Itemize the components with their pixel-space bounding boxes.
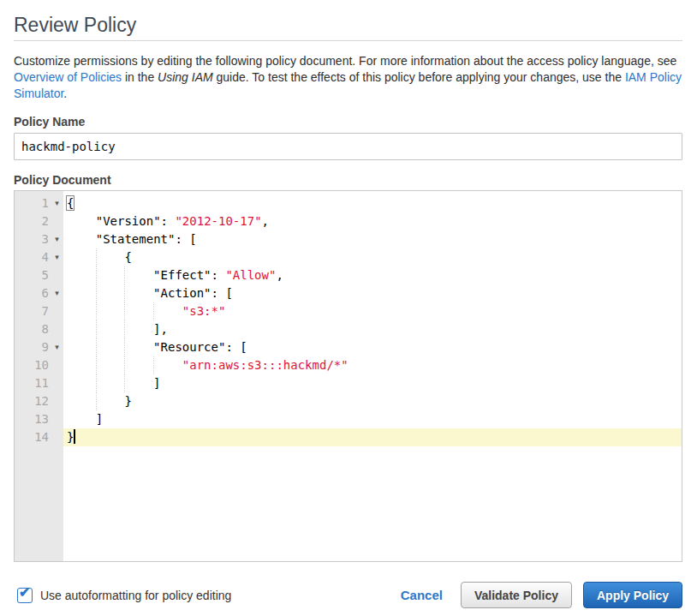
indent-guide — [67, 410, 96, 428]
intro-text-3: guide. To test the effects of this polic… — [213, 70, 625, 84]
autoformat-label[interactable]: Use autoformatting for policy editing — [40, 589, 231, 602]
line-number-12[interactable]: 12 — [15, 392, 63, 410]
footer-actions: Cancel Validate Policy Apply Policy — [401, 582, 682, 608]
code-line-14[interactable]: } — [63, 428, 682, 446]
validate-policy-button[interactable]: Validate Policy — [461, 582, 572, 608]
line-number-5[interactable]: 5 — [15, 266, 63, 284]
indent-guide — [124, 302, 153, 320]
editor-line-6[interactable]: 6▾"Action": [ — [15, 284, 682, 302]
indent-guide — [124, 284, 153, 302]
line-number-9[interactable]: 9▾ — [15, 338, 63, 356]
indent-guide — [96, 392, 125, 410]
indent-guide — [96, 302, 125, 320]
code-line-2[interactable]: "Version": "2012-10-17", — [63, 212, 682, 230]
indent-guide — [67, 212, 96, 230]
autoformat-option[interactable]: ✔ Use autoformatting for policy editing — [17, 588, 231, 603]
intro-text-1: Customize permissions by editing the fol… — [14, 54, 676, 68]
editor-line-13[interactable]: 13] — [15, 410, 682, 428]
checkmark-icon: ✔ — [19, 585, 30, 601]
editor-line-5[interactable]: 5"Effect": "Allow", — [15, 266, 682, 284]
editor-lines[interactable]: 1▾{2"Version": "2012-10-17",3▾"Statement… — [15, 191, 682, 446]
json-string-token: "arn:aws:s3:::hackmd/*" — [182, 358, 348, 372]
code-line-7[interactable]: "s3:*" — [63, 302, 682, 320]
indent-guide — [67, 248, 96, 266]
editor-line-8[interactable]: 8], — [15, 320, 682, 338]
page-title: Review Policy — [14, 14, 682, 41]
json-token: "Resource": [ — [153, 340, 247, 354]
code-line-5[interactable]: "Effect": "Allow", — [63, 266, 682, 284]
json-token: ] — [153, 376, 160, 390]
json-token: "Action": [ — [153, 286, 233, 300]
indent-guide — [67, 374, 96, 392]
autoformat-checkbox[interactable]: ✔ — [17, 588, 33, 603]
line-number-7[interactable]: 7 — [15, 302, 63, 320]
fold-arrow-icon[interactable]: ▾ — [51, 194, 63, 212]
line-number-1[interactable]: 1▾ — [15, 194, 63, 212]
fold-arrow-icon[interactable]: ▾ — [51, 230, 63, 248]
indent-guide — [67, 338, 96, 356]
indent-guide — [124, 320, 153, 338]
indent-guide — [67, 302, 96, 320]
overview-of-policies-link[interactable]: Overview of Policies — [14, 70, 122, 84]
line-number-14[interactable]: 14 — [15, 428, 63, 446]
editor-line-12[interactable]: 12} — [15, 392, 682, 410]
code-line-4[interactable]: { — [63, 248, 682, 266]
line-number-6[interactable]: 6▾ — [15, 284, 63, 302]
json-token: "Statement": [ — [96, 232, 197, 246]
policy-name-label: Policy Name — [14, 115, 682, 129]
policy-document-editor[interactable]: 1▾{2"Version": "2012-10-17",3▾"Statement… — [14, 190, 682, 562]
json-token: } — [124, 394, 131, 408]
indent-guide — [153, 356, 182, 374]
intro-text-4: . — [63, 87, 67, 100]
code-line-10[interactable]: "arn:aws:s3:::hackmd/*" — [63, 356, 682, 374]
code-line-9[interactable]: "Resource": [ — [63, 338, 682, 356]
editor-line-4[interactable]: 4▾{ — [15, 248, 682, 266]
line-number-4[interactable]: 4▾ — [15, 248, 63, 266]
code-line-13[interactable]: ] — [63, 410, 682, 428]
indent-guide — [124, 266, 153, 284]
code-line-3[interactable]: "Statement": [ — [63, 230, 682, 248]
line-number-3[interactable]: 3▾ — [15, 230, 63, 248]
editor-line-14[interactable]: 14} — [15, 428, 682, 446]
editor-line-7[interactable]: 7"s3:*" — [15, 302, 682, 320]
editor-line-1[interactable]: 1▾{ — [15, 194, 682, 212]
indent-guide — [153, 302, 182, 320]
indent-guide — [67, 320, 96, 338]
code-line-1[interactable]: { — [63, 194, 682, 212]
indent-guide — [67, 392, 96, 410]
code-line-12[interactable]: } — [63, 392, 682, 410]
editor-line-2[interactable]: 2"Version": "2012-10-17", — [15, 212, 682, 230]
editor-line-9[interactable]: 9▾"Resource": [ — [15, 338, 682, 356]
editor-line-11[interactable]: 11] — [15, 374, 682, 392]
line-number-10[interactable]: 10 — [15, 356, 63, 374]
indent-guide — [96, 374, 125, 392]
editor-line-10[interactable]: 10"arn:aws:s3:::hackmd/*" — [15, 356, 682, 374]
indent-guide — [96, 356, 125, 374]
indent-guide — [96, 248, 125, 266]
line-number-13[interactable]: 13 — [15, 410, 63, 428]
policy-name-input[interactable] — [14, 133, 682, 160]
intro-paragraph: Customize permissions by editing the fol… — [14, 53, 682, 102]
indent-guide — [96, 338, 125, 356]
intro-text-2: in the — [122, 70, 158, 84]
indent-guide — [67, 230, 96, 248]
indent-guide — [124, 338, 153, 356]
json-token: ], — [153, 322, 168, 336]
apply-policy-button[interactable]: Apply Policy — [583, 582, 682, 608]
json-token: "Effect": — [153, 268, 225, 282]
code-line-6[interactable]: "Action": [ — [63, 284, 682, 302]
indent-guide — [124, 356, 153, 374]
json-string-token: "2012-10-17" — [175, 214, 261, 228]
line-number-2[interactable]: 2 — [15, 212, 63, 230]
indent-guide — [67, 266, 96, 284]
line-number-8[interactable]: 8 — [15, 320, 63, 338]
fold-arrow-icon[interactable]: ▾ — [51, 284, 63, 302]
json-string-token: "s3:*" — [182, 304, 226, 318]
fold-arrow-icon[interactable]: ▾ — [51, 338, 63, 356]
cancel-link[interactable]: Cancel — [401, 588, 443, 602]
fold-arrow-icon[interactable]: ▾ — [51, 248, 63, 266]
line-number-11[interactable]: 11 — [15, 374, 63, 392]
code-line-11[interactable]: ] — [63, 374, 682, 392]
code-line-8[interactable]: ], — [63, 320, 682, 338]
editor-line-3[interactable]: 3▾"Statement": [ — [15, 230, 682, 248]
